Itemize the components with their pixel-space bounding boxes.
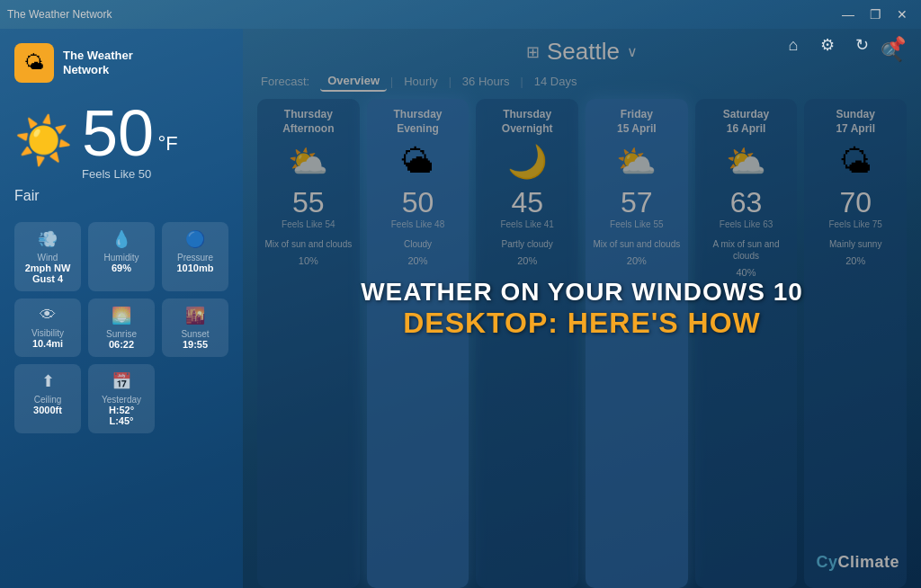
card-temp-thu-overnight: 45 <box>511 188 543 217</box>
tab-14days[interactable]: 14 Days <box>527 72 585 91</box>
card-precip-thu-evening: 20% <box>407 255 427 266</box>
card-temp-sat-16: 63 <box>730 188 763 217</box>
stat-wind: 💨 Wind 2mph NWGust 4 <box>14 222 81 291</box>
card-precip-thu-afternoon: 10% <box>299 255 318 266</box>
forecast-card-sat-16: Saturday16 April ⛅ 63 Feels Like 63 A mi… <box>695 99 798 588</box>
sidebar: 🌤 The Weather Network ☀️ 50 °F Feels Lik… <box>0 29 243 588</box>
card-feels-thu-afternoon: Feels Like 54 <box>282 219 335 229</box>
card-precip-fri-15: 20% <box>627 255 647 266</box>
tab-36hours[interactable]: 36 Hours <box>455 72 517 91</box>
forecast-card-thu-evening: ThursdayEvening 🌥 50 Feels Like 48 Cloud… <box>367 99 469 588</box>
maximize-button[interactable]: ❐ <box>863 5 887 23</box>
card-day-thu-overnight: ThursdayOvernight <box>502 108 553 136</box>
stat-sunrise: 🌅 Sunrise 06:22 <box>88 298 155 357</box>
wind-icon: 💨 <box>22 229 74 249</box>
stats-grid: 💨 Wind 2mph NWGust 4 💧 Humidity 69% 🔵 Pr… <box>14 222 228 433</box>
card-day-sat-16: Saturday16 April <box>723 108 769 136</box>
ceiling-icon: ⬆ <box>22 371 74 391</box>
app-body: 🌤 The Weather Network ☀️ 50 °F Feels Lik… <box>0 29 921 588</box>
title-bar: The Weather Network — ❐ ✕ <box>0 0 921 29</box>
card-desc-thu-afternoon: Mix of sun and clouds <box>264 238 352 250</box>
top-nav: ⌂ ⚙ ↻ 📌 <box>779 31 910 59</box>
card-temp-thu-afternoon: 55 <box>292 188 325 217</box>
logo-icon: 🌤 <box>14 43 54 83</box>
temperature-unit: °F <box>158 132 178 155</box>
card-feels-thu-evening: Feels Like 48 <box>391 219 444 229</box>
watermark-cy: Cy <box>816 553 837 571</box>
tab-overview[interactable]: Overview <box>320 71 387 92</box>
card-desc-fri-15: Mix of sun and clouds <box>593 238 680 250</box>
card-day-fri-15: Friday15 April <box>617 108 657 136</box>
condition-label: Fair <box>14 188 228 204</box>
stat-pressure: 🔵 Pressure 1010mb <box>162 222 228 291</box>
card-feels-sun-17: Feels Like 75 <box>828 219 881 229</box>
temperature-value: 50 <box>82 97 154 169</box>
card-day-thu-afternoon: ThursdayAfternoon <box>282 108 334 136</box>
card-desc-sun-17: Mainly sunny <box>829 238 881 250</box>
sunrise-icon: 🌅 <box>95 306 148 325</box>
card-icon-thu-overnight: 🌙 <box>507 143 548 181</box>
stat-visibility: 👁 Visibility 10.4mi <box>14 298 81 357</box>
card-temp-thu-evening: 50 <box>402 188 434 217</box>
card-icon-thu-evening: 🌥 <box>402 143 434 181</box>
card-precip-sat-16: 40% <box>737 267 756 278</box>
app-title: The Weather Network <box>7 8 112 21</box>
home-button[interactable]: ⌂ <box>779 31 808 59</box>
card-temp-sun-17: 70 <box>839 188 872 217</box>
city-name: Seattle <box>547 38 620 66</box>
forecast-label: Forecast: <box>261 75 309 88</box>
settings-button[interactable]: ⚙ <box>813 31 842 59</box>
forecast-card-thu-afternoon: ThursdayAfternoon ⛅ 55 Feels Like 54 Mix… <box>257 99 360 588</box>
card-desc-sat-16: A mix of sun and clouds <box>702 238 791 262</box>
feels-like: Feels Like 50 <box>82 167 178 181</box>
current-weather: ☀️ 50 °F Feels Like 50 <box>14 101 228 181</box>
card-feels-thu-overnight: Feels Like 41 <box>500 219 553 229</box>
stat-yesterday: 📅 Yesterday H:52° L:45° <box>88 364 155 433</box>
temperature-display: 50 °F Feels Like 50 <box>82 101 178 181</box>
stat-humidity: 💧 Humidity 69% <box>88 222 155 291</box>
sun-icon: ☀️ <box>14 113 73 168</box>
main-content: ⌂ ⚙ ↻ 📌 ⊞ Seattle ∨ 🔍 Forecast: Overview… <box>243 29 921 588</box>
stat-ceiling: ⬆ Ceiling 3000ft <box>14 364 81 433</box>
watermark: CyClimate <box>816 553 899 572</box>
card-icon-thu-afternoon: ⛅ <box>288 143 328 181</box>
logo-area: 🌤 The Weather Network <box>14 43 228 83</box>
stat-sunset: 🌇 Sunset 19:55 <box>162 298 228 357</box>
chevron-down-icon: ∨ <box>627 43 638 60</box>
card-day-sun-17: Sunday17 April <box>836 108 875 136</box>
card-icon-sun-17: 🌤 <box>839 143 872 181</box>
forecast-card-thu-overnight: ThursdayOvernight 🌙 45 Feels Like 41 Par… <box>476 99 578 588</box>
card-precip-thu-overnight: 20% <box>517 255 537 266</box>
forecast-tabs: Forecast: Overview | Hourly | 36 Hours |… <box>243 71 921 92</box>
watermark-climate: Climate <box>837 553 899 571</box>
logo-text: The Weather Network <box>63 49 133 76</box>
sunset-icon: 🌇 <box>169 306 221 325</box>
city-grid-icon: ⊞ <box>526 42 540 62</box>
refresh-button[interactable]: ↻ <box>847 31 876 59</box>
forecast-cards: ThursdayAfternoon ⛅ 55 Feels Like 54 Mix… <box>243 99 921 588</box>
visibility-icon: 👁 <box>22 306 74 325</box>
yesterday-icon: 📅 <box>95 371 148 391</box>
minimize-button[interactable]: — <box>836 5 860 23</box>
close-button[interactable]: ✕ <box>890 5 914 23</box>
tab-hourly[interactable]: Hourly <box>397 72 445 91</box>
forecast-card-sun-17: Sunday17 April 🌤 70 Feels Like 75 Mainly… <box>804 99 907 588</box>
card-feels-sat-16: Feels Like 63 <box>720 219 773 229</box>
card-precip-sun-17: 20% <box>845 255 865 266</box>
card-temp-fri-15: 57 <box>621 188 653 217</box>
humidity-icon: 💧 <box>95 229 148 249</box>
card-icon-fri-15: ⛅ <box>616 143 657 181</box>
card-desc-thu-evening: Cloudy <box>404 238 432 250</box>
pin-button[interactable]: 📌 <box>881 31 910 59</box>
card-icon-sat-16: ⛅ <box>726 143 766 181</box>
pressure-icon: 🔵 <box>169 229 221 249</box>
forecast-card-fri-15: Friday15 April ⛅ 57 Feels Like 55 Mix of… <box>586 99 688 588</box>
card-day-thu-evening: ThursdayEvening <box>394 108 443 136</box>
city-selector[interactable]: ⊞ Seattle ∨ <box>526 38 638 66</box>
card-desc-thu-overnight: Partly cloudy <box>502 238 553 250</box>
window-controls: — ❐ ✕ <box>836 5 914 23</box>
card-feels-fri-15: Feels Like 55 <box>610 219 663 229</box>
